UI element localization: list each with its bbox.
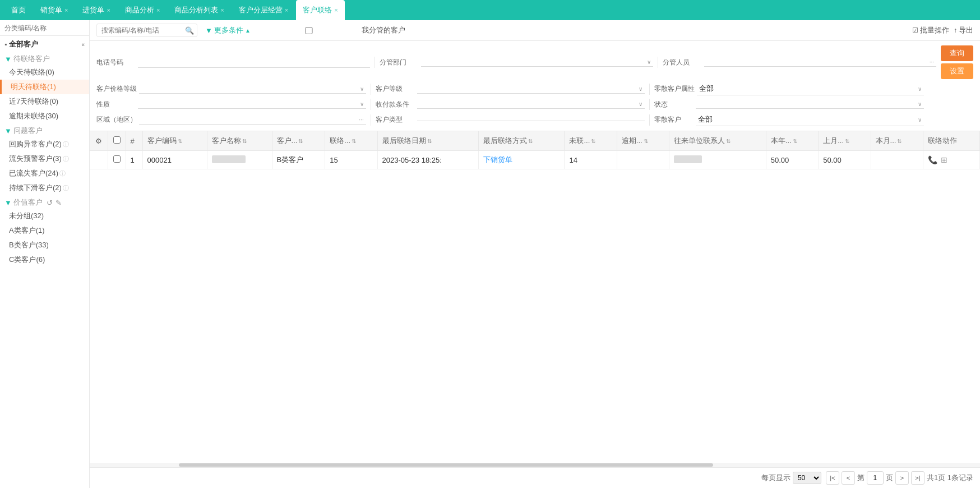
content-area: 🔍 ▼ 更多条件 ▲ 我分管的客户 ☑ 批量操作 ↑ 导出 — [90, 20, 980, 488]
nav-product-analysis[interactable]: 商品分析 × — [118, 0, 167, 20]
retail-customer-select[interactable]: 全部 ∨ — [696, 113, 924, 126]
filter-icon: ▼ — [205, 26, 212, 35]
scrollbar-thumb[interactable] — [179, 463, 713, 467]
close-customer-seg-icon[interactable]: × — [285, 0, 288, 20]
divider-5 — [371, 99, 371, 110]
sidebar-item-churned[interactable]: 已流失客户(24) ⓘ — [0, 166, 89, 181]
edit-icon[interactable]: ✎ — [56, 199, 62, 207]
my-customers-checkbox-label[interactable]: 我分管的客户 — [258, 25, 405, 35]
price-level-select[interactable]: ∨ — [139, 85, 366, 94]
table-row: 1 000021 B类客户 15 2023-05-23 18:25: 下销货单 … — [90, 151, 980, 169]
sidebar-search-input[interactable] — [4, 24, 89, 32]
gender-select[interactable]: ∨ — [138, 100, 366, 109]
main-search-icon[interactable]: 🔍 — [185, 26, 194, 35]
checkbox-batch-icon: ☑ — [912, 26, 918, 34]
main-search-input[interactable] — [96, 24, 197, 37]
export-btn[interactable]: ↑ 导出 — [954, 25, 973, 35]
sidebar-item-b-class[interactable]: B类客户(33) — [0, 238, 89, 252]
my-customers-checkbox[interactable] — [258, 27, 359, 34]
per-page-select[interactable]: 50 100 200 — [793, 472, 821, 484]
payment-select[interactable]: ∨ — [417, 100, 645, 109]
row-this-year: 50.00 — [766, 151, 818, 169]
dept-chevron-icon: ∨ — [647, 59, 651, 65]
page-number-input[interactable] — [867, 471, 884, 485]
action-grid-icon[interactable]: ⊞ — [941, 155, 947, 164]
sidebar-item-a-class[interactable]: A类客户(1) — [0, 223, 89, 238]
sidebar-search-area: 🔍 — [0, 20, 89, 36]
more-conditions-btn[interactable]: ▼ 更多条件 ▲ — [202, 24, 254, 37]
prev-page-btn[interactable]: < — [842, 471, 855, 485]
col-checkbox — [108, 131, 126, 151]
close-product-analysis-list-icon[interactable]: × — [220, 0, 224, 20]
close-product-analysis-icon[interactable]: × — [156, 0, 160, 20]
sidebar-item-churn-warning[interactable]: 流失预警客户(3) ⓘ — [0, 151, 89, 166]
dept-field: 分管部门 ∨ — [380, 58, 653, 67]
nav-sales-order[interactable]: 销货单 × — [34, 0, 75, 20]
nav-customer-contact[interactable]: 客户联络 × — [296, 0, 344, 20]
first-page-btn[interactable]: |< — [826, 471, 839, 485]
manager-select[interactable]: ··· — [704, 58, 936, 67]
col-actions: 联络动作 — [923, 131, 979, 151]
region-select[interactable]: ··· — [139, 116, 366, 125]
close-customer-contact-icon[interactable]: × — [334, 0, 338, 20]
row-this-month — [871, 151, 923, 169]
next-page-btn[interactable]: > — [895, 471, 909, 485]
divider-4 — [649, 84, 650, 95]
sidebar: 🔍 ▪ 全部客户 « ▼ 待联络客户 今天待联络(0) 明天待联络(1) 近7天… — [0, 20, 90, 488]
customer-table: ⚙ # 客户编码⇅ 客户名称⇅ 客户...⇅ 联络...⇅ 最后联络日期⇅ 最后… — [90, 131, 980, 169]
customer-level-select[interactable]: ∨ — [417, 85, 645, 94]
row-select-checkbox[interactable] — [113, 155, 121, 163]
last-page-btn[interactable]: >| — [911, 471, 924, 485]
col-last-contact-date: 最后联络日期⇅ — [377, 131, 478, 151]
nav-home[interactable]: 首页 — [4, 0, 33, 20]
row-overdue — [617, 151, 669, 169]
phone-input[interactable] — [138, 57, 370, 68]
row-type: B类客户 — [272, 151, 325, 169]
dept-select[interactable]: ∨ — [421, 58, 653, 67]
filter-bar: 🔍 ▼ 更多条件 ▲ 我分管的客户 ☑ 批量操作 ↑ 导出 — [90, 20, 980, 41]
close-purchase-order-icon[interactable]: × — [107, 0, 110, 20]
divider-8 — [649, 114, 650, 126]
horizontal-scrollbar[interactable] — [90, 463, 980, 467]
row-last-contact-date: 2023-05-23 18:25: — [377, 151, 478, 169]
select-all-checkbox[interactable] — [113, 136, 121, 144]
query-button[interactable]: 查询 — [941, 45, 973, 61]
settings-button[interactable]: 设置 — [941, 63, 973, 79]
sidebar-item-abnormal-repurchase[interactable]: 回购异常客户(2) ⓘ — [0, 137, 89, 151]
sidebar-item-today-contact[interactable]: 今天待联络(0) — [0, 65, 89, 80]
payment-field: 收付款条件 ∨ — [376, 100, 645, 109]
divider-1 — [375, 57, 375, 68]
row-checkbox — [108, 151, 126, 169]
gender-chevron-icon: ∨ — [360, 101, 364, 107]
sidebar-item-overdue-contact[interactable]: 逾期未联络(30) — [0, 109, 89, 123]
nav-product-analysis-list[interactable]: 商品分析列表 × — [168, 0, 230, 20]
close-sales-order-icon[interactable]: × — [64, 0, 68, 20]
last-contact-link[interactable]: 下销货单 — [483, 155, 512, 164]
refresh-icon[interactable]: ↺ — [47, 199, 53, 207]
adv-filter-row-4: 区域（地区） ··· 客户类型 零散客户 — [96, 113, 973, 126]
batch-ops-btn[interactable]: ☑ 批量操作 — [912, 25, 949, 35]
sidebar-item-tomorrow-contact[interactable]: 明天待联络(1) — [0, 80, 89, 94]
retail-attr-chevron-icon: ∨ — [918, 86, 922, 92]
sidebar-item-7days-contact[interactable]: 近7天待联络(0) — [0, 94, 89, 109]
col-last-month: 上月...⇅ — [819, 131, 871, 151]
sidebar-item-declining[interactable]: 持续下滑客户(2) ⓘ — [0, 181, 89, 195]
retail-customer-chevron-icon: ∨ — [918, 117, 922, 123]
status-select[interactable]: ∨ — [696, 100, 924, 109]
nav-purchase-order[interactable]: 进货单 × — [76, 0, 117, 20]
action-phone-icon[interactable]: 📞 — [928, 155, 937, 164]
row-last-month: 50.00 — [819, 151, 871, 169]
retail-attr-select[interactable]: 全部 ∨ — [697, 82, 924, 95]
col-contacts: 联络...⇅ — [325, 131, 377, 151]
nav-customer-segmentation[interactable]: 客户分层经营 × — [232, 0, 295, 20]
adv-filter-row-1: 电话号码 分管部门 ∨ 分管人员 ··· — [96, 45, 973, 79]
customer-type-select[interactable] — [417, 118, 645, 121]
row-code: 000021 — [142, 151, 207, 169]
sidebar-item-c-class[interactable]: C类客户(6) — [0, 252, 89, 267]
sidebar-item-ungrouped[interactable]: 未分组(32) — [0, 209, 89, 223]
info-icon-2: ⓘ — [59, 169, 66, 178]
sidebar-collapse-icon[interactable]: « — [81, 42, 85, 48]
table-body: 1 000021 B类客户 15 2023-05-23 18:25: 下销货单 … — [90, 151, 980, 169]
col-settings[interactable]: ⚙ — [90, 131, 108, 151]
divider-3 — [371, 84, 371, 95]
